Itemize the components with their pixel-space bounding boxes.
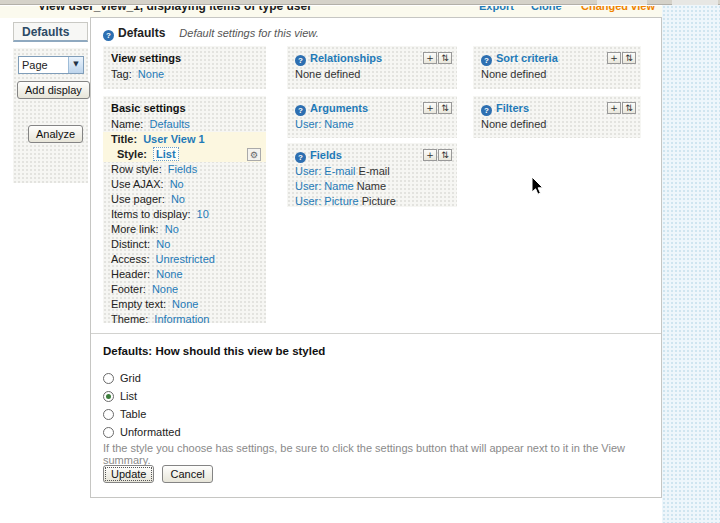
add-display-button[interactable]: Add display: [17, 81, 90, 99]
view-summary-box: ?DefaultsDefault settings for this view.…: [90, 17, 662, 498]
cancel-button[interactable]: Cancel: [162, 465, 212, 483]
argument-item: User: Name: [295, 117, 449, 132]
help-icon[interactable]: ?: [481, 105, 492, 116]
add-icon[interactable]: +: [423, 52, 437, 64]
setting-value-link[interactable]: Defaults: [149, 118, 189, 130]
tag-value-link[interactable]: None: [138, 68, 164, 80]
chrome-segment: [597, 0, 647, 5]
setting-value-link[interactable]: No: [170, 178, 184, 190]
form-buttons: UpdateCancel: [103, 465, 221, 483]
argument-link[interactable]: User: Name: [295, 118, 354, 130]
fields-actions: +⇅: [422, 148, 452, 161]
tab-defaults[interactable]: Defaults: [13, 22, 88, 42]
arguments-title-link[interactable]: Arguments: [310, 102, 368, 114]
setting-label: Name:: [111, 118, 143, 130]
rearrange-icon[interactable]: ⇅: [438, 52, 452, 64]
setting-label: Distinct:: [111, 238, 150, 250]
relationships-box: ?Relationships None defined +⇅: [287, 46, 457, 89]
clone-link[interactable]: Clone: [531, 6, 562, 12]
help-icon[interactable]: ?: [295, 105, 306, 116]
filters-box: ?Filters None defined +⇅: [473, 96, 641, 138]
setting-value-link[interactable]: User View 1: [143, 133, 205, 145]
add-icon[interactable]: +: [423, 102, 437, 114]
sort-criteria-actions: +⇅: [606, 51, 636, 64]
arguments-box: ?Arguments User: Name +⇅: [287, 96, 457, 138]
setting-value-link[interactable]: No: [156, 238, 170, 250]
field-item: User: Name Name: [295, 179, 449, 194]
sort-criteria-box: ?Sort criteria None defined +⇅: [473, 46, 641, 89]
setting-value-link[interactable]: Fields: [168, 163, 197, 175]
fields-box: ?Fields User: E-mail E-mail User: Name N…: [287, 143, 457, 207]
setting-label: Theme:: [111, 313, 148, 323]
setting-value-link[interactable]: None: [172, 298, 198, 310]
fields-title-link[interactable]: Fields: [310, 149, 342, 161]
relationships-title-link[interactable]: Relationships: [310, 52, 382, 64]
style-value-link[interactable]: List: [153, 147, 179, 161]
chevron-down-icon[interactable]: ▼: [68, 57, 83, 73]
setting-value-link[interactable]: No: [171, 193, 185, 205]
display-controls-panel: Page ▼ Add display Analyze: [13, 48, 88, 183]
display-type-select[interactable]: Page ▼: [18, 56, 84, 74]
rearrange-icon[interactable]: ⇅: [622, 52, 636, 64]
update-button[interactable]: Update: [103, 465, 154, 483]
field-link[interactable]: User: E-mail: [295, 165, 356, 177]
radio-button[interactable]: [103, 373, 114, 384]
setting-label: Title:: [111, 133, 137, 145]
rearrange-icon[interactable]: ⇅: [438, 102, 452, 114]
setting-label: Use pager:: [111, 193, 165, 205]
radio-option-table[interactable]: Table: [103, 406, 146, 422]
radio-label: Unformatted: [120, 426, 181, 438]
filters-title-link[interactable]: Filters: [496, 102, 529, 114]
add-icon[interactable]: +: [607, 52, 621, 64]
display-type-value: Page: [22, 59, 48, 71]
radio-option-grid[interactable]: Grid: [103, 370, 141, 386]
views-edit-page: { "titlebar": { "title": "View user_view…: [0, 0, 720, 523]
add-icon[interactable]: +: [423, 149, 437, 161]
radio-button[interactable]: [103, 391, 114, 402]
rearrange-icon[interactable]: ⇅: [438, 149, 452, 161]
setting-row-empty: Empty text: None: [111, 297, 258, 312]
setting-row-footer: Footer: None: [111, 282, 258, 297]
style-form-hint: If the style you choose has settings, be…: [103, 442, 648, 466]
mouse-cursor: [531, 176, 544, 196]
radio-option-list[interactable]: List: [103, 388, 137, 404]
setting-label: Items to display:: [111, 208, 190, 220]
radio-button[interactable]: [103, 409, 114, 420]
setting-value-link[interactable]: None: [152, 283, 178, 295]
setting-row-rowstyle: Row style: Fields: [111, 162, 258, 177]
summary-subtitle: Default settings for this view.: [179, 27, 318, 39]
setting-value-link[interactable]: None: [156, 268, 182, 280]
field-suffix: E-mail: [356, 165, 390, 177]
help-icon[interactable]: ?: [295, 152, 306, 163]
relationships-actions: +⇅: [422, 51, 452, 64]
setting-label: Style:: [117, 148, 147, 160]
analyze-button[interactable]: Analyze: [28, 125, 83, 143]
summary-header: ?DefaultsDefault settings for this view.: [103, 26, 319, 41]
setting-row-name: Name: Defaults: [111, 117, 258, 132]
add-icon[interactable]: +: [607, 102, 621, 114]
setting-label: Use AJAX:: [111, 178, 164, 190]
setting-value-link[interactable]: No: [165, 223, 179, 235]
rearrange-icon[interactable]: ⇅: [622, 102, 636, 114]
help-icon[interactable]: ?: [295, 55, 306, 66]
sort-criteria-title-link[interactable]: Sort criteria: [496, 52, 558, 64]
setting-value-link[interactable]: Information: [154, 313, 209, 323]
setting-row-access: Access: Unrestricted: [111, 252, 258, 267]
export-link[interactable]: Export: [479, 6, 514, 12]
style-settings-gear-icon[interactable]: ⚙: [247, 148, 261, 161]
setting-value-link[interactable]: Unrestricted: [156, 253, 215, 265]
field-link[interactable]: User: Picture: [295, 195, 359, 207]
help-icon[interactable]: ?: [481, 55, 492, 66]
page-title: View user_view_1, displaying items of ty…: [38, 6, 312, 13]
help-icon[interactable]: ?: [103, 30, 114, 41]
field-link[interactable]: User: Name: [295, 180, 354, 192]
radio-option-unformatted[interactable]: Unformatted: [103, 424, 181, 440]
field-item: User: Picture Picture: [295, 194, 449, 207]
view-settings-box: View settings Tag: None: [103, 46, 266, 89]
setting-label: Header:: [111, 268, 150, 280]
summary-heading: Defaults: [118, 26, 165, 40]
style-form-heading: Defaults: How should this view be styled: [103, 345, 325, 357]
setting-value-link[interactable]: 10: [197, 208, 209, 220]
setting-row-items: Items to display: 10: [111, 207, 258, 222]
radio-button[interactable]: [103, 427, 114, 438]
